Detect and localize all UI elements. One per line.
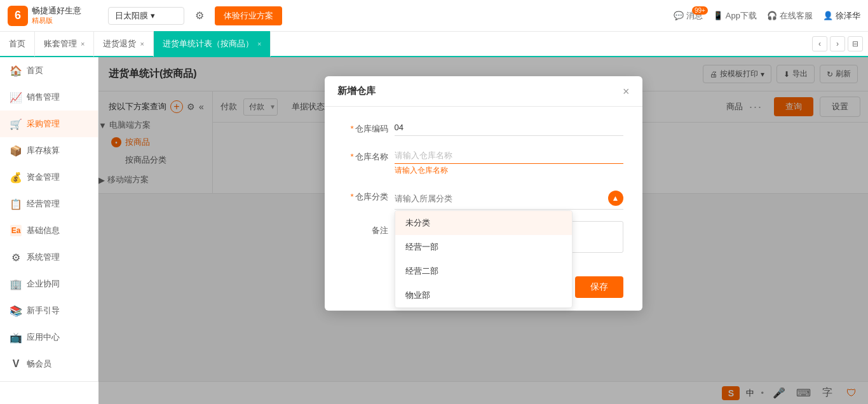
- tab-bar: 首页 账套管理 × 进货退货 × 进货单统计表（按商品） × ‹ › ⊟: [0, 32, 868, 57]
- operations-icon: 📋: [10, 198, 22, 210]
- logo-title: 畅捷通好生意: [32, 6, 81, 16]
- tab-purchase-return-label: 进货退货: [103, 38, 136, 50]
- category-dropdown-wrap: ▲: [395, 187, 623, 210]
- tab-purchase-return-close[interactable]: ×: [140, 40, 144, 48]
- main-layout: 🏠 首页 📈 销售管理 🛒 采购管理 📦 库存核算 💰 资金管理 📋 经营管理 …: [0, 57, 868, 404]
- tab-account-close[interactable]: ×: [81, 40, 85, 48]
- dialog-close-btn[interactable]: ×: [623, 86, 630, 97]
- code-input-wrap: [395, 119, 623, 136]
- online-service-btn[interactable]: 🎧 在线客服: [767, 10, 813, 22]
- logo-text-block: 畅捷通好生意 精易版: [32, 6, 81, 25]
- tab-home-label: 首页: [9, 38, 25, 50]
- sidebar-label-system: 系统管理: [27, 252, 60, 263]
- remark-label: 备注: [344, 221, 395, 236]
- store-name: 日太阳膜: [115, 10, 148, 22]
- logo-sub: 精易版: [32, 16, 81, 25]
- basic-info-icon: Ea: [10, 225, 22, 236]
- category-input[interactable]: [395, 194, 608, 203]
- sidebar-item-app-center[interactable]: 📺 应用中心: [0, 324, 98, 351]
- sidebar-item-sales[interactable]: 📈 销售管理: [0, 84, 98, 111]
- guide-icon: 📚: [10, 305, 22, 316]
- sidebar-label-finance: 资金管理: [27, 172, 60, 183]
- sidebar-label-purchase: 采购管理: [27, 118, 60, 130]
- sidebar-item-basic-info[interactable]: Ea 基础信息: [0, 217, 98, 244]
- dialog-body: 仓库编码 仓库名称 请输入仓库名称: [325, 107, 642, 276]
- message-btn[interactable]: 💬 消息 99+: [674, 10, 703, 22]
- dropdown-option-3[interactable]: 物业部: [395, 283, 572, 307]
- sidebar-item-enterprise[interactable]: 🏢 企业协同: [0, 271, 98, 297]
- category-dropdown-list: 未分类 经营一部 经营二部 物业部: [395, 210, 573, 308]
- tab-home[interactable]: 首页: [0, 31, 35, 57]
- tab-menu-btn[interactable]: ⊟: [848, 36, 863, 51]
- main-content: 进货单统计(按商品) 🖨 按模板打印 ▾ ⬇ 导出 ↻ 刷新: [98, 57, 868, 404]
- sidebar-item-vip[interactable]: V 畅会员: [0, 351, 98, 377]
- store-selector[interactable]: 日太阳膜 ▾: [108, 7, 184, 25]
- tab-next-btn[interactable]: ›: [830, 36, 845, 51]
- logo-area: 6 畅捷通好生意 精易版: [8, 6, 103, 26]
- finance-icon: 💰: [10, 172, 22, 183]
- form-row-name: 仓库名称 请输入仓库名称: [344, 147, 623, 176]
- dropdown-option-2[interactable]: 经营二部: [395, 259, 572, 283]
- sidebar-item-purchase[interactable]: 🛒 采购管理: [0, 111, 98, 137]
- settings-icon[interactable]: ⚙: [189, 6, 210, 26]
- tab-purchase-return[interactable]: 进货退货 ×: [94, 31, 153, 57]
- tab-purchase-stats[interactable]: 进货单统计表（按商品） ×: [154, 31, 271, 57]
- sidebar-label-sales: 销售管理: [27, 91, 60, 103]
- sidebar-item-system[interactable]: ⚙ 系统管理: [0, 244, 98, 271]
- modal-overlay: 新增仓库 × 仓库编码 仓库名称: [98, 57, 868, 404]
- app-download-btn[interactable]: 📱 App下载: [713, 10, 757, 22]
- tab-prev-btn[interactable]: ‹: [812, 36, 827, 51]
- category-label: 仓库分类: [344, 187, 395, 203]
- user-profile-btn[interactable]: 👤 徐泽华: [823, 10, 860, 22]
- system-icon: ⚙: [10, 252, 22, 263]
- tab-account[interactable]: 账套管理 ×: [35, 31, 94, 57]
- sidebar-label-enterprise: 企业协同: [27, 278, 60, 290]
- form-row-code: 仓库编码: [344, 119, 623, 136]
- trial-button[interactable]: 体验行业方案: [215, 6, 282, 25]
- vip-icon: V: [10, 358, 22, 370]
- purchase-icon: 🛒: [10, 118, 22, 130]
- sidebar-label-guide: 新手引导: [27, 305, 60, 316]
- username-label: 徐泽华: [836, 10, 860, 22]
- category-arrow-btn[interactable]: ▲: [608, 191, 623, 206]
- tab-account-label: 账套管理: [44, 38, 77, 50]
- sidebar-label-operations: 经营管理: [27, 198, 60, 210]
- app-center-icon: 📺: [10, 332, 22, 343]
- category-input-wrap: ▲ 未分类 经营一部 经营二部 物业部: [395, 187, 623, 210]
- tab-controls: ‹ › ⊟: [812, 36, 868, 51]
- dialog-title: 新增仓库: [337, 85, 376, 97]
- sidebar-item-inventory[interactable]: 📦 库存核算: [0, 137, 98, 164]
- sidebar-item-home[interactable]: 🏠 首页: [0, 57, 98, 84]
- sidebar-item-finance[interactable]: 💰 资金管理: [0, 164, 98, 191]
- save-button[interactable]: 保存: [575, 276, 623, 298]
- enterprise-icon: 🏢: [10, 278, 22, 290]
- dropdown-option-0[interactable]: 未分类: [395, 211, 572, 235]
- tab-purchase-stats-label: 进货单统计表（按商品）: [163, 38, 254, 50]
- new-warehouse-dialog: 新增仓库 × 仓库编码 仓库名称: [325, 76, 642, 311]
- top-header: 6 畅捷通好生意 精易版 日太阳膜 ▾ ⚙ 体验行业方案 💬 消息 99+ 📱 …: [0, 0, 868, 32]
- name-label: 仓库名称: [344, 147, 395, 163]
- tab-purchase-stats-close[interactable]: ×: [257, 40, 261, 48]
- online-service-label: 在线客服: [780, 10, 813, 22]
- name-error-msg: 请输入仓库名称: [395, 165, 623, 176]
- phone-icon: 📱: [713, 11, 723, 20]
- sidebar-label-app-center: 应用中心: [27, 332, 60, 343]
- form-row-category: 仓库分类 ▲ 未分类 经营一部 经营二部 物业部: [344, 187, 623, 210]
- dropdown-option-1[interactable]: 经营一部: [395, 235, 572, 259]
- code-input[interactable]: [395, 119, 623, 136]
- avatar-icon: 👤: [823, 11, 833, 20]
- name-input-wrap: 请输入仓库名称: [395, 147, 623, 176]
- app-download-label: App下载: [726, 10, 757, 22]
- code-label: 仓库编码: [344, 119, 395, 135]
- chevron-down-icon: ▾: [151, 11, 155, 20]
- sidebar-label-vip: 畅会员: [27, 358, 51, 370]
- dialog-header: 新增仓库 ×: [325, 76, 642, 107]
- name-input[interactable]: [395, 147, 623, 164]
- sidebar-label-inventory: 库存核算: [27, 145, 60, 156]
- sidebar-label-basic-info: 基础信息: [27, 225, 60, 236]
- headset-icon: 🎧: [767, 11, 777, 20]
- home-icon: 🏠: [10, 65, 22, 76]
- app-logo-icon: 6: [8, 6, 28, 26]
- sidebar-item-operations[interactable]: 📋 经营管理: [0, 191, 98, 217]
- sidebar-item-guide[interactable]: 📚 新手引导: [0, 297, 98, 324]
